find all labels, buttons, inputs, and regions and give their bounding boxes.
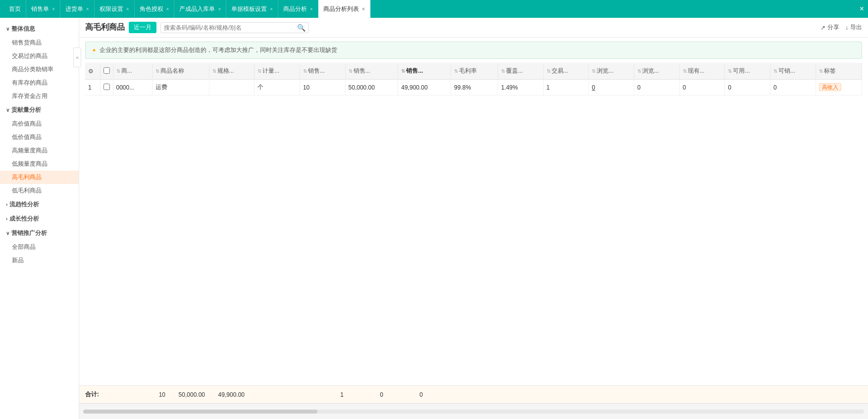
footer-values: 10 50,000.00 49,900.00 1 0 0 <box>109 391 426 398</box>
col-browse1[interactable]: ⇅浏览... <box>589 63 634 80</box>
sidebar-item-analysis-assist[interactable]: 商品分类助销率 <box>0 63 79 76</box>
search-input[interactable] <box>164 24 297 31</box>
nav-tab-permissions[interactable]: 权限设置 × <box>95 0 135 18</box>
arrow-icon-growth: › <box>6 216 7 222</box>
cell-browse2: 0 <box>634 80 679 95</box>
col-current[interactable]: ⇅现有... <box>679 63 725 80</box>
nav-tab-analysis-list[interactable]: 商品分析列表 × <box>318 0 370 18</box>
col-gross-margin[interactable]: ⇅毛利率 <box>451 63 498 80</box>
nav-tab-analysis[interactable]: 商品分析 × <box>278 0 318 18</box>
nav-tab-roles[interactable]: 角色授权 × <box>135 0 175 18</box>
sidebar-item-high-freq[interactable]: 高频量度商品 <box>0 144 79 157</box>
sidebar-collapse-button[interactable]: « <box>73 47 81 67</box>
sidebar-section-wealth[interactable]: ∨ 贡献量分析 <box>0 103 79 117</box>
close-roles-tab[interactable]: × <box>166 6 169 12</box>
col-tag[interactable]: ⇅标签 <box>816 63 862 80</box>
sidebar-section-trend[interactable]: › 流趋性分析 <box>0 197 79 212</box>
sort-icon: ⇅ <box>155 68 159 74</box>
export-icon: ↓ <box>845 24 848 31</box>
sidebar-section-growth[interactable]: › 成长性分析 <box>0 212 79 226</box>
sort-icon: ⇅ <box>683 68 687 74</box>
col-coverage[interactable]: ⇅覆盖... <box>498 63 543 80</box>
info-bar: ✦ 企业的主要的利润都是这部分商品创造的，可考虑加大推广，同时关注库存是不要出现… <box>85 42 862 59</box>
cell-browse1[interactable]: 0 <box>589 80 634 95</box>
col-available[interactable]: ⇅可用... <box>725 63 770 80</box>
close-permissions-tab[interactable]: × <box>126 6 129 12</box>
sidebar-item-low-value[interactable]: 低价值商品 <box>0 131 79 144</box>
close-template-tab[interactable]: × <box>270 6 273 12</box>
nav-tab-home[interactable]: 首页 <box>4 0 26 18</box>
cell-num: 1 <box>85 80 100 95</box>
col-settings[interactable]: ⚙ <box>85 63 100 80</box>
search-box: 🔍 <box>160 22 309 33</box>
col-trade[interactable]: ⇅交易... <box>543 63 589 80</box>
close-products-in-tab[interactable]: × <box>218 6 221 12</box>
share-icon: ↗ <box>820 24 825 31</box>
sort-icon: ⇅ <box>212 68 216 74</box>
sidebar-item-stock-occupy[interactable]: 库存资金占用 <box>0 90 79 103</box>
col-spec[interactable]: ⇅规格... <box>209 63 255 80</box>
sidebar-item-high-value[interactable]: 高价值商品 <box>0 117 79 131</box>
export-button[interactable]: ↓ 导出 <box>845 23 862 32</box>
col-browse2[interactable]: ⇅浏览... <box>634 63 679 80</box>
sidebar-item-sales-goods[interactable]: 销售货商品 <box>0 36 79 49</box>
content-header: 高毛利商品 近一月 🔍 ↗ 分享 ↓ 导出 <box>79 18 868 38</box>
col-unit[interactable]: ⇅计量... <box>255 63 300 80</box>
sort-icon: ⇅ <box>773 68 777 74</box>
sidebar-item-in-stock[interactable]: 有库存的商品 <box>0 76 79 90</box>
col-checkbox <box>100 63 113 80</box>
data-table-container: ⚙ ⇅商... ⇅商品名称 ⇅规格... ⇅计量... ⇅销售... ⇅销售..… <box>85 63 862 385</box>
info-icon: ✦ <box>92 47 97 54</box>
nav-tab-purchase[interactable]: 进货单 × <box>60 0 95 18</box>
sidebar-section-overall[interactable]: ∨ 整体信息 <box>0 22 79 36</box>
sort-icon: ⇅ <box>637 68 641 74</box>
footer-sales-amount: 50,000.00 <box>168 391 208 398</box>
sidebar-item-all-goods[interactable]: 全部商品 <box>0 240 79 254</box>
cell-checkbox[interactable] <box>100 80 113 95</box>
share-button[interactable]: ↗ 分享 <box>820 23 839 32</box>
close-purchase-tab[interactable]: × <box>86 6 89 12</box>
cell-available: 0 <box>725 80 770 95</box>
close-all-tabs[interactable]: × <box>860 4 864 13</box>
cell-tag: 高收入 <box>816 80 862 95</box>
col-sales-amount[interactable]: ⇅销售... <box>345 63 398 80</box>
footer-saleable: 0 <box>386 391 426 398</box>
close-sales-tab[interactable]: × <box>52 6 55 12</box>
nav-tab-template[interactable]: 单据模板设置 × <box>226 0 278 18</box>
row-checkbox[interactable] <box>103 84 110 90</box>
nav-tab-sales[interactable]: 销售单 × <box>26 0 60 18</box>
sidebar-item-traded[interactable]: 交易过的商品 <box>0 49 79 63</box>
sort-icon: ⇅ <box>547 68 551 74</box>
arrow-icon-marketing: ∨ <box>6 231 9 236</box>
sidebar-item-low-profit[interactable]: 低毛利商品 <box>0 184 79 197</box>
col-saleable[interactable]: ⇅可销... <box>770 63 816 80</box>
footer-available: 0 <box>347 391 386 398</box>
sort-icon: ⇅ <box>349 68 353 74</box>
col-name[interactable]: ⇅商品名称 <box>153 63 209 80</box>
sort-icon: ⇅ <box>819 68 823 74</box>
sidebar-section-marketing[interactable]: ∨ 营销推广分析 <box>0 226 79 240</box>
col-sales-qty[interactable]: ⇅销售... <box>300 63 345 80</box>
arrow-icon-trend: › <box>6 202 7 207</box>
close-analysis-list-tab[interactable]: × <box>362 6 365 12</box>
top-navigation: 首页 销售单 × 进货单 × 权限设置 × 角色授权 × 产成品入库单 × 单据… <box>0 0 868 18</box>
browse1-link[interactable]: 0 <box>592 84 595 91</box>
cell-code: 0000... <box>113 80 153 95</box>
footer-summary: 合计: 10 50,000.00 49,900.00 1 0 0 <box>79 385 868 403</box>
nav-tab-products-in[interactable]: 产成品入库单 × <box>174 0 226 18</box>
sidebar-item-high-profit[interactable]: 高毛利商品 <box>0 171 79 184</box>
cell-gross-margin: 99.8% <box>451 80 498 95</box>
bottom-scrollbar-bar <box>79 403 868 419</box>
select-all-checkbox[interactable] <box>103 67 110 74</box>
sidebar-item-new-goods[interactable]: 新品 <box>0 254 79 267</box>
data-table: ⚙ ⇅商... ⇅商品名称 ⇅规格... ⇅计量... ⇅销售... ⇅销售..… <box>85 63 862 95</box>
sidebar-item-low-freq[interactable]: 低频量度商品 <box>0 157 79 171</box>
arrow-icon-wealth: ∨ <box>6 107 9 113</box>
col-sales-profit[interactable]: ⇅销售... <box>398 63 451 80</box>
close-analysis-tab[interactable]: × <box>310 6 313 12</box>
table-row: 1 0000... 运费 个 10 50,000.00 49,900.00 99… <box>85 80 862 95</box>
page-title: 高毛利商品 <box>85 22 125 33</box>
table-header-row: ⚙ ⇅商... ⇅商品名称 ⇅规格... ⇅计量... ⇅销售... ⇅销售..… <box>85 63 862 80</box>
col-code[interactable]: ⇅商... <box>113 63 153 80</box>
filter-recent-month-button[interactable]: 近一月 <box>129 22 156 33</box>
